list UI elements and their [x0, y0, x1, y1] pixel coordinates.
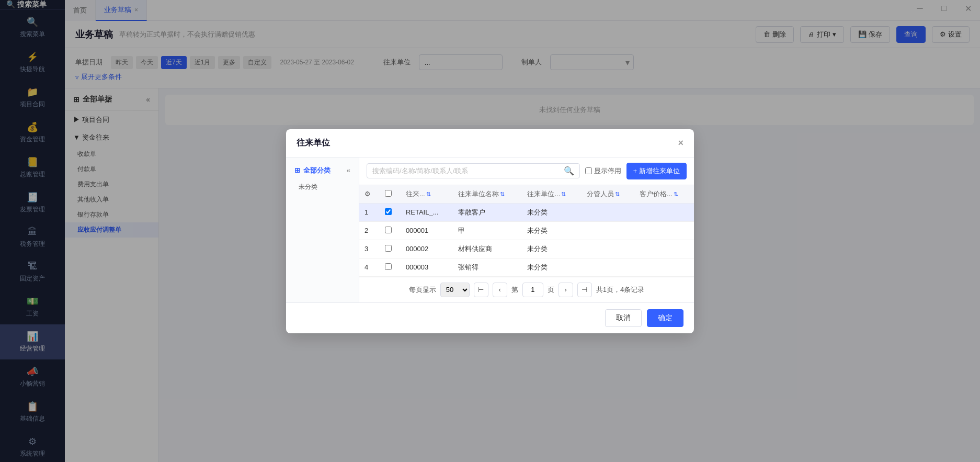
row-no: 1 — [359, 203, 380, 221]
table-row[interactable]: 4 000003 张销得 未分类 — [359, 258, 694, 276]
row-select-checkbox[interactable] — [385, 245, 392, 252]
col-category: 往来单位...⇅ — [522, 185, 582, 204]
page-size-select[interactable]: 10 20 50 100 — [440, 283, 470, 297]
table-row[interactable]: 2 000001 甲 未分类 — [359, 221, 694, 240]
row-manager — [582, 221, 634, 240]
table-row[interactable]: 3 000002 材料供应商 未分类 — [359, 240, 694, 258]
dialog-table-wrapper: ⚙ 往来...⇅ 往来单位名称⇅ 往来单位...⇅ 分管人员⇅ 客户价格...⇅ — [359, 185, 694, 277]
row-checkbox — [380, 221, 401, 240]
dialog-close-button[interactable]: × — [678, 138, 683, 149]
row-code: RETAIL_... — [401, 203, 453, 221]
row-manager — [582, 258, 634, 276]
row-category: 未分类 — [522, 258, 582, 276]
row-manager — [582, 203, 634, 221]
last-page-btn[interactable]: ⊣ — [577, 283, 592, 297]
col-price: 客户价格...⇅ — [634, 185, 694, 204]
row-checkbox — [380, 258, 401, 276]
row-price — [634, 203, 694, 221]
col-checkbox — [380, 185, 401, 204]
dialog-footer: 取消 确定 — [286, 302, 694, 333]
dialog-overlay: 往来单位 × ⊞ 全部分类 « 未分类 🔍 — [0, 0, 980, 462]
dialog-pagination: 每页显示 10 20 50 100 ⊢ ‹ 第 页 › ⊣ 共1页，4条记录 — [359, 277, 694, 302]
row-price — [634, 221, 694, 240]
party-dialog: 往来单位 × ⊞ 全部分类 « 未分类 🔍 — [286, 129, 694, 333]
col-settings[interactable]: ⚙ — [359, 185, 380, 204]
table-row[interactable]: 1 RETAIL_... 零散客户 未分类 — [359, 203, 694, 221]
minimize-button[interactable]: ─ — [908, 0, 932, 17]
new-party-button[interactable]: + 新增往来单位 — [626, 163, 687, 179]
show-disabled-label[interactable]: 显示停用 — [594, 166, 621, 176]
sort-icon: ⇅ — [500, 191, 505, 197]
page-size-label: 每页显示 — [409, 285, 436, 295]
dialog-right-panel: 🔍 显示停用 + 新增往来单位 ⚙ — [359, 157, 694, 302]
dialog-category-panel: ⊞ 全部分类 « 未分类 — [286, 157, 359, 302]
next-page-btn[interactable]: › — [559, 283, 573, 297]
close-button[interactable]: ✕ — [956, 0, 980, 17]
table-header: ⚙ 往来...⇅ 往来单位名称⇅ 往来单位...⇅ 分管人员⇅ 客户价格...⇅ — [359, 185, 694, 204]
row-code: 000003 — [401, 258, 453, 276]
row-no: 4 — [359, 258, 380, 276]
col-name: 往来单位名称⇅ — [453, 185, 522, 204]
prev-page-btn[interactable]: ‹ — [493, 283, 507, 297]
first-page-btn[interactable]: ⊢ — [474, 283, 488, 297]
dialog-category-header: ⊞ 全部分类 « — [286, 162, 359, 179]
dialog-header: 往来单位 × — [286, 129, 694, 157]
row-select-checkbox[interactable] — [385, 208, 392, 215]
row-manager — [582, 240, 634, 258]
dialog-body: ⊞ 全部分类 « 未分类 🔍 显示停用 — [286, 157, 694, 302]
table-body: 1 RETAIL_... 零散客户 未分类 2 — [359, 203, 694, 276]
row-no: 2 — [359, 221, 380, 240]
dialog-title: 往来单位 — [297, 138, 330, 149]
confirm-button[interactable]: 确定 — [647, 309, 683, 327]
dialog-search-wrapper: 🔍 — [367, 163, 580, 178]
row-no: 3 — [359, 240, 380, 258]
page-label: 第 — [511, 285, 518, 295]
search-icon: 🔍 — [564, 166, 574, 176]
category-unclassified[interactable]: 未分类 — [286, 179, 359, 195]
show-disabled-checkbox[interactable] — [585, 167, 592, 174]
dialog-search-input[interactable] — [372, 167, 561, 175]
row-name: 材料供应商 — [453, 240, 522, 258]
row-category: 未分类 — [522, 203, 582, 221]
row-select-checkbox[interactable] — [385, 227, 392, 233]
sort-icon: ⇅ — [426, 191, 431, 197]
row-checkbox — [380, 240, 401, 258]
grid-icon: ⊞ — [294, 166, 300, 174]
col-code: 往来...⇅ — [401, 185, 453, 204]
row-select-checkbox[interactable] — [385, 263, 392, 270]
row-code: 000001 — [401, 221, 453, 240]
page-unit: 页 — [548, 285, 554, 295]
total-pages-info: 共1页，4条记录 — [596, 285, 644, 295]
row-name: 张销得 — [453, 258, 522, 276]
row-name: 甲 — [453, 221, 522, 240]
row-category: 未分类 — [522, 221, 582, 240]
row-code: 000002 — [401, 240, 453, 258]
cancel-button[interactable]: 取消 — [605, 309, 642, 327]
row-checkbox — [380, 203, 401, 221]
col-manager: 分管人员⇅ — [582, 185, 634, 204]
collapse-category-btn[interactable]: « — [347, 166, 350, 174]
page-number-input[interactable] — [522, 283, 543, 297]
show-disabled-toggle: 显示停用 — [585, 166, 621, 176]
row-price — [634, 240, 694, 258]
sort-icon: ⇅ — [615, 191, 620, 197]
dialog-toolbar: 🔍 显示停用 + 新增往来单位 — [359, 157, 694, 185]
sort-icon: ⇅ — [561, 191, 566, 197]
row-category: 未分类 — [522, 240, 582, 258]
row-price — [634, 258, 694, 276]
window-controls: ─ □ ✕ — [908, 0, 980, 17]
row-name: 零散客户 — [453, 203, 522, 221]
select-all-checkbox[interactable] — [385, 190, 392, 197]
party-table: ⚙ 往来...⇅ 往来单位名称⇅ 往来单位...⇅ 分管人员⇅ 客户价格...⇅ — [359, 185, 694, 277]
maximize-button[interactable]: □ — [932, 0, 956, 17]
sort-icon: ⇅ — [674, 191, 678, 197]
